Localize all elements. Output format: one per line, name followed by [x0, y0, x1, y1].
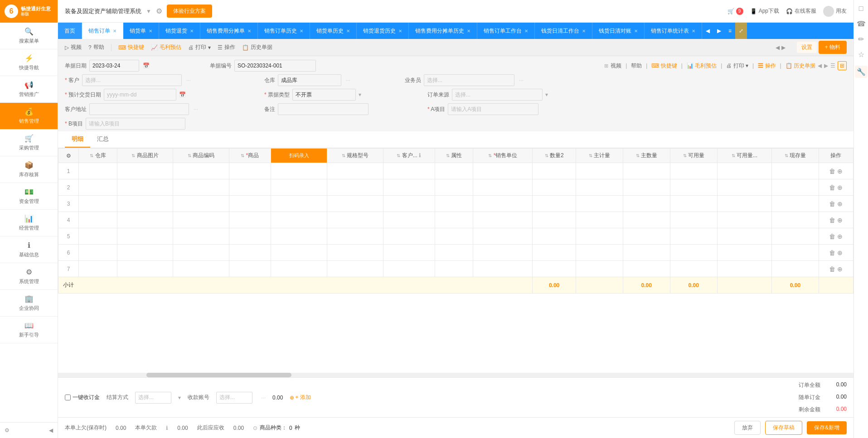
tab-sales-return[interactable]: 销货退货 ✕: [159, 23, 200, 39]
note-input[interactable]: [278, 103, 369, 115]
tab-menu-btn[interactable]: ≡: [725, 23, 735, 39]
sidebar-item-search[interactable]: 🔍 搜索菜单: [0, 23, 58, 49]
tab-close-icon[interactable]: ✕: [467, 29, 470, 34]
help2-label[interactable]: 帮助: [631, 62, 642, 70]
order-source-dropdown-icon[interactable]: ▾: [545, 91, 548, 98]
salesperson-input[interactable]: 选择...: [424, 74, 514, 86]
tab-daily-reconcile[interactable]: 钱货日清对账 ✕: [592, 23, 645, 39]
warehouse-more-icon[interactable]: ···: [346, 77, 350, 83]
delivery-input[interactable]: yyyy-mm-dd: [104, 89, 176, 101]
b-project-input[interactable]: 请输入B项目: [86, 118, 185, 130]
copy-icon[interactable]: ⊕: [837, 265, 843, 273]
app-download-btn[interactable]: 📱 App下载: [750, 7, 779, 15]
tab-next-btn[interactable]: ▶: [713, 23, 725, 39]
settings-topbar-icon[interactable]: ⚙: [156, 7, 162, 15]
right-panel-icon-4[interactable]: ☆: [858, 50, 864, 59]
num-input[interactable]: SO-20230324-001: [234, 60, 316, 72]
message-btn[interactable]: 🛒 9: [727, 8, 743, 15]
one-click-checkbox-input[interactable]: [65, 395, 71, 400]
tab-detail[interactable]: 明细: [65, 131, 90, 148]
right-panel-icon-1[interactable]: □: [859, 5, 863, 13]
tab-close-icon[interactable]: ✕: [300, 29, 303, 34]
calendar-icon[interactable]: 📅: [143, 63, 150, 69]
online-service-btn[interactable]: 🎧 在线客服: [786, 7, 816, 15]
customer-more-icon[interactable]: ···: [186, 77, 191, 83]
toolbar-help[interactable]: ? 帮助: [88, 43, 104, 51]
tab-close-icon[interactable]: ✕: [634, 29, 638, 34]
discard-button[interactable]: 放弃: [734, 421, 761, 435]
order-source-input[interactable]: 选择...: [452, 89, 543, 101]
copy-icon[interactable]: ⊕: [837, 217, 843, 224]
tab-close-icon[interactable]: ✕: [692, 29, 695, 34]
scan-btn[interactable]: 扫码录入: [286, 151, 313, 160]
sidebar-item-inventory[interactable]: 📦 库存核算: [0, 156, 58, 183]
col-main-unit[interactable]: ⇅ 主计量: [576, 149, 623, 163]
col-code[interactable]: ⇅ 商品编码: [173, 149, 229, 163]
col-spec[interactable]: ⇅ 规格型号: [327, 149, 383, 163]
tab-sales-receipt[interactable]: 销货单 ✕: [123, 23, 159, 39]
history2-label[interactable]: 📋 历史单据: [786, 62, 815, 70]
tab-summary[interactable]: 汇总: [90, 131, 116, 148]
tab-sales-order[interactable]: 销售订单 ✕: [82, 23, 123, 39]
warehouse-input[interactable]: 成品库: [278, 74, 341, 86]
a-project-input[interactable]: 请输入A项目: [448, 103, 538, 115]
sidebar-item-operations[interactable]: 📊 经营管理: [0, 210, 58, 236]
delete-icon[interactable]: 🗑: [829, 265, 835, 273]
goods-count-icon[interactable]: ⊙: [253, 425, 257, 431]
profit2-label[interactable]: 📊 毛利预估: [687, 62, 717, 70]
col-scan[interactable]: 扫码录入: [271, 149, 327, 163]
card-view-icon[interactable]: ⊞: [838, 61, 847, 70]
col-name[interactable]: ⇅ *商品: [229, 149, 271, 163]
prev2-icon[interactable]: ◀: [818, 63, 822, 69]
col-warehouse[interactable]: ⇅ 仓库: [79, 149, 117, 163]
sidebar-item-finance[interactable]: 💵 资金管理: [0, 183, 58, 210]
add-material-btn[interactable]: + 物料: [819, 41, 847, 54]
sidebar-item-sales[interactable]: 💰 销售管理: [0, 103, 58, 130]
settlement-dropdown-icon[interactable]: ▾: [178, 395, 181, 401]
list-view-icon[interactable]: ☰: [830, 63, 835, 69]
col-unit[interactable]: ⇅ *销售单位: [473, 149, 533, 163]
row-code-1[interactable]: [173, 163, 229, 179]
copy-icon[interactable]: ⊕: [837, 200, 843, 207]
settings-footer-icon[interactable]: ⚙: [5, 427, 10, 433]
tab-order-stats[interactable]: 销售订单统计表 ✕: [645, 23, 702, 39]
sidebar-item-marketing[interactable]: 📢 营销推广: [0, 76, 58, 103]
right-panel-icon-5[interactable]: 🔧: [855, 66, 868, 78]
copy-icon[interactable]: ⊕: [837, 168, 843, 175]
salesperson-more-icon[interactable]: ···: [519, 77, 524, 83]
tab-order-workbench[interactable]: 销售订单工作台 ✕: [477, 23, 535, 39]
tab-expense-history[interactable]: 销售费用分摊单历史 ✕: [409, 23, 477, 39]
tab-close-icon[interactable]: ✕: [190, 29, 194, 34]
tab-close-icon[interactable]: ✕: [398, 29, 402, 34]
invoice-input[interactable]: 不开票: [292, 89, 356, 101]
settlement-select[interactable]: 选择...: [135, 392, 171, 404]
address-more-icon[interactable]: ···: [194, 106, 198, 112]
scroll-thumb[interactable]: [146, 373, 291, 377]
right-panel-icon-3[interactable]: ✏: [858, 35, 864, 43]
right-panel-icon-2[interactable]: ☎: [857, 19, 866, 28]
invoice-dropdown-icon[interactable]: ▾: [359, 91, 361, 98]
delete-icon[interactable]: 🗑: [829, 217, 835, 224]
col-customer-code[interactable]: ⇅ 客户... ℹ: [383, 149, 435, 163]
save-new-button[interactable]: 保存&新增: [807, 421, 847, 434]
sidebar-item-enterprise[interactable]: 🏢 企业协同: [0, 290, 58, 317]
current-balance-icon[interactable]: ℹ: [166, 425, 168, 431]
col-available2[interactable]: ⇅ 可用量...: [717, 149, 771, 163]
toolbar-profit[interactable]: 📈 毛利预估: [151, 43, 181, 51]
sidebar-item-system[interactable]: ⚙ 系统管理: [0, 263, 58, 290]
delete-icon[interactable]: 🗑: [829, 184, 835, 191]
toolbar-view[interactable]: ▷ 视频: [65, 43, 82, 51]
col-attr[interactable]: ⇅ 属性: [435, 149, 473, 163]
address-input[interactable]: [89, 103, 189, 115]
horizontal-scrollbar[interactable]: [58, 373, 853, 377]
print2-label[interactable]: 🖨 打印 ▾: [726, 62, 748, 70]
copy-icon[interactable]: ⊕: [837, 233, 843, 240]
tab-close-icon[interactable]: ✕: [582, 29, 586, 34]
prev-record-icon[interactable]: ◀: [776, 44, 780, 51]
industry-btn[interactable]: 体验行业方案: [167, 5, 212, 18]
user-btn[interactable]: 用友: [823, 6, 847, 17]
tab-daily-workbench[interactable]: 钱货日清工作台 ✕: [535, 23, 592, 39]
shortcut2-label[interactable]: ⌨ 快捷键: [651, 62, 677, 70]
sidebar-item-purchase[interactable]: 🛒 采购管理: [0, 130, 58, 156]
add-btn[interactable]: ⊕ + 添加: [290, 394, 310, 401]
